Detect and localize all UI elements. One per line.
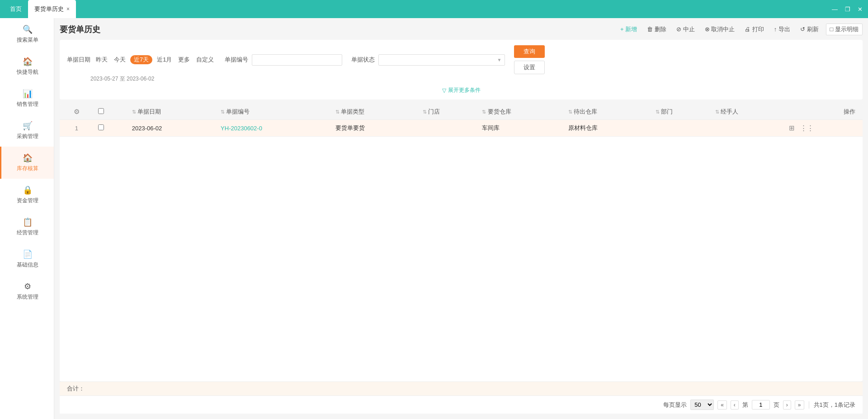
date-filter-label: 单据日期 (67, 56, 90, 64)
first-page-button[interactable]: « (717, 400, 727, 409)
toolbar: + 新增 🗑 删除 ⊘ 中止 ⊗ 取消中止 🖨 打印 ↑ 导出 ↺ 刷新 □ 显… (618, 24, 863, 35)
docno-filter-label: 单据编号 (225, 56, 248, 64)
cart-icon: 🛒 (23, 121, 33, 131)
checkbox-col-header[interactable] (94, 104, 127, 120)
docno-input[interactable] (252, 54, 342, 66)
sidebar-item-quick-nav[interactable]: 🏠 快捷导航 (0, 50, 54, 82)
table-settings-icon[interactable]: ⚙ (74, 108, 80, 116)
bottom-bar: 合计： (60, 381, 863, 395)
row-date: 2023-06-02 (127, 120, 216, 137)
col-docno[interactable]: 单据编号 (216, 104, 331, 120)
next-page-button[interactable]: › (783, 400, 791, 409)
date-shortcut-yesterday[interactable]: 昨天 (94, 55, 109, 64)
expand-more-button[interactable]: ▽ 展开更多条件 (67, 86, 855, 94)
col-dept[interactable]: 部门 (651, 104, 711, 120)
display-detail-button[interactable]: □ 显示明细 (826, 24, 863, 35)
sidebar-item-operations[interactable]: 📋 经营管理 (0, 211, 54, 243)
setting-button[interactable]: 设置 (514, 61, 545, 74)
row-req-warehouse: 车间库 (477, 120, 564, 137)
tab-close-icon[interactable]: × (66, 6, 70, 12)
tab-purchase-history[interactable]: 要货单历史 × (28, 0, 76, 18)
filter-area: 单据日期 昨天 今天 近7天 近1月 更多 自定义 单据编号 (60, 40, 863, 100)
table-header-row: ⚙ 单据日期 单据编号 单据类型 门店 要货仓库 待出仓库 部门 经手 (60, 104, 863, 120)
col-pending-warehouse[interactable]: 待出仓库 (564, 104, 651, 120)
stop-button[interactable]: ⊘ 中止 (674, 24, 698, 35)
row-checkbox[interactable] (94, 120, 127, 137)
last-page-button[interactable]: » (795, 400, 804, 409)
top-bar: 首页 要货单历史 × — ❐ ✕ (0, 0, 868, 18)
warehouse-icon: 🏠 (23, 153, 33, 163)
date-shortcut-7days[interactable]: 近7天 (130, 55, 152, 64)
prev-page-button[interactable]: ‹ (731, 400, 739, 409)
add-button[interactable]: + 新增 (618, 24, 640, 35)
per-page-select[interactable]: 50 10 20 100 (690, 400, 714, 410)
document-icon: 📄 (23, 249, 33, 259)
sidebar-item-sales[interactable]: 📊 销售管理 (0, 82, 54, 114)
print-button[interactable]: 🖨 打印 (742, 24, 767, 35)
table-container: ⚙ 单据日期 单据编号 单据类型 门店 要货仓库 待出仓库 部门 经手 (60, 104, 863, 381)
jump-prefix: 第 (742, 401, 748, 409)
sidebar-item-finance[interactable]: 🔒 资金管理 (0, 179, 54, 211)
home-icon: 🏠 (23, 57, 33, 67)
col-store[interactable]: 门店 (418, 104, 478, 120)
sidebar: 🔍 搜索菜单 🏠 快捷导航 📊 销售管理 🛒 采购管理 🏠 库存核算 🔒 资金管… (0, 18, 54, 419)
docno-filter-group: 单据编号 (225, 54, 342, 66)
date-filter-group: 单据日期 昨天 今天 近7天 近1月 更多 自定义 (67, 55, 216, 64)
settings-col-header[interactable]: ⚙ (60, 104, 94, 120)
row-pending-warehouse: 原材料仓库 (564, 120, 651, 137)
close-icon[interactable]: ✕ (856, 5, 864, 14)
window-controls: — ❐ ✕ (830, 5, 864, 14)
docstatus-select-wrapper (378, 54, 505, 66)
row-more-icon[interactable]: ⋮⋮ (799, 123, 815, 133)
row-index: 1 (60, 120, 94, 137)
row-store (418, 120, 478, 137)
minimize-icon[interactable]: — (830, 5, 840, 14)
sidebar-item-purchase[interactable]: 🛒 采购管理 (0, 114, 54, 147)
page-header: 要货单历史 + 新增 🗑 删除 ⊘ 中止 ⊗ 取消中止 🖨 打印 ↑ 导出 ↺ … (60, 24, 863, 35)
query-button[interactable]: 查询 (514, 45, 545, 58)
docno-link[interactable]: YH-20230602-0 (221, 125, 262, 132)
sidebar-item-inventory[interactable]: 🏠 库存核算 (0, 147, 54, 179)
filter-actions: 查询 设置 (514, 45, 545, 74)
date-range-display: 2023-05-27 至 2023-06-02 (90, 75, 855, 83)
col-ops: 操作 (783, 104, 863, 120)
date-shortcut-today[interactable]: 今天 (112, 55, 127, 64)
col-req-warehouse[interactable]: 要货仓库 (477, 104, 564, 120)
expand-down-icon: ▽ (442, 87, 446, 94)
sidebar-item-search-menu[interactable]: 🔍 搜索菜单 (0, 18, 54, 50)
total-label: 合计： (67, 385, 85, 393)
row-doctype: 要货单要货 (331, 120, 418, 137)
search-icon: 🔍 (23, 24, 33, 34)
date-shortcut-more[interactable]: 更多 (176, 55, 192, 64)
data-table: ⚙ 单据日期 单据编号 单据类型 门店 要货仓库 待出仓库 部门 经手 (60, 104, 863, 137)
gear-icon: ⚙ (24, 281, 31, 291)
chart-icon: 📊 (23, 89, 33, 99)
tab-list: 首页 要货单历史 × (4, 0, 830, 18)
per-page-label: 每页显示 (663, 401, 687, 409)
select-all-checkbox[interactable] (98, 108, 104, 114)
delete-button[interactable]: 🗑 删除 (644, 24, 669, 35)
docstatus-filter-group: 单据状态 (351, 54, 505, 66)
row-edit-icon[interactable]: ⊞ (788, 123, 796, 133)
date-shortcut-1month[interactable]: 近1月 (155, 55, 174, 64)
row-ops: ⊞ ⋮⋮ (783, 120, 863, 137)
filter-row-1: 单据日期 昨天 今天 近7天 近1月 更多 自定义 单据编号 (67, 45, 855, 74)
page-input[interactable] (752, 400, 770, 409)
docstatus-select[interactable] (378, 54, 505, 66)
sidebar-item-basic-info[interactable]: 📄 基础信息 (0, 243, 54, 275)
date-shortcut-custom[interactable]: 自定义 (194, 55, 216, 64)
refresh-button[interactable]: ↺ 刷新 (797, 24, 821, 35)
col-doctype[interactable]: 单据类型 (331, 104, 418, 120)
restore-icon[interactable]: ❐ (843, 5, 852, 14)
tab-home[interactable]: 首页 (4, 0, 28, 18)
clipboard-icon: 📋 (23, 217, 33, 227)
cancel-stop-button[interactable]: ⊗ 取消中止 (702, 24, 738, 35)
sidebar-item-system[interactable]: ⚙ 系统管理 (0, 275, 54, 307)
col-handler[interactable]: 经手人 (711, 104, 783, 120)
date-shortcuts: 昨天 今天 近7天 近1月 更多 自定义 (94, 55, 216, 64)
lock-icon: 🔒 (23, 185, 33, 195)
table-row: 1 2023-06-02 YH-20230602-0 要货单要货 车间库 原材料… (60, 120, 863, 137)
row-docno: YH-20230602-0 (216, 120, 331, 137)
export-button[interactable]: ↑ 导出 (771, 24, 793, 35)
col-date[interactable]: 单据日期 (127, 104, 216, 120)
